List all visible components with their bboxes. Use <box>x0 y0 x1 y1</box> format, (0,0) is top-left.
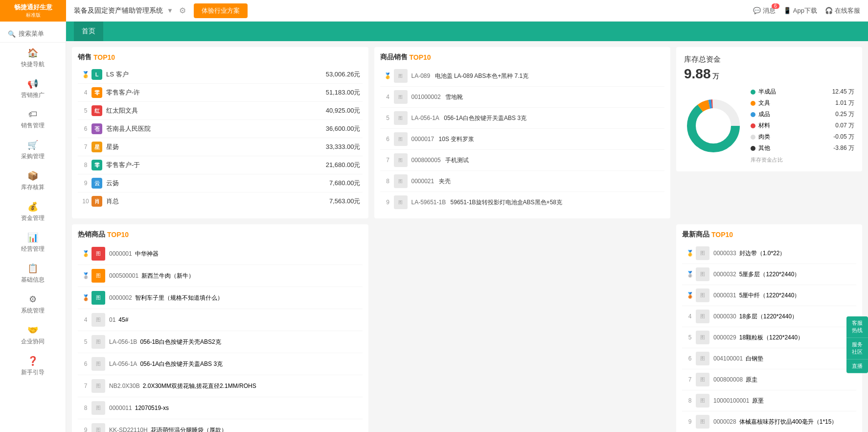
newest-product-name: 原圭 <box>746 376 757 384</box>
customer-avatar: 星 <box>91 142 102 152</box>
sidebar-item-basic-info[interactable]: 📋 基础信息 <box>0 258 66 289</box>
customer-name: LS 客户 <box>106 70 326 79</box>
newest-product-name: 体械嘉核味苏打饮品400毫升（1*15） <box>739 418 838 426</box>
newest-product-code: 10000100001 <box>713 397 749 404</box>
hot-product-name: 2.0X30MM双搓花轴,搓花直径2.1MM/ROHS <box>143 382 256 390</box>
newest-product-code: 0000029 <box>713 334 736 341</box>
customer-amount: 33,333.00元 <box>326 143 361 151</box>
legend-label: 半成品 <box>751 88 832 96</box>
rank-num: 4 <box>80 316 91 323</box>
hot-product-item: 🥇 图 0000001 中华神器 <box>78 243 363 265</box>
search-menu[interactable]: 🔍 搜索菜单 <box>0 25 66 43</box>
top-products-sales-title-area: 商品销售 TOP10 <box>380 53 431 62</box>
newest-product-name: 18多层（1220*2440） <box>739 312 798 321</box>
product-thumbnail: 图 <box>394 69 408 83</box>
cooperation-icon: 🤝 <box>27 325 38 336</box>
search-icon: 🔍 <box>8 30 16 38</box>
inventory-amount: 9.88 <box>684 66 711 81</box>
top-customers-header: 销售 TOP10 <box>78 53 363 62</box>
sidebar-item-quick-nav[interactable]: 🏠 快捷导航 <box>0 43 66 73</box>
sidebar: 🔍 搜索菜单 🏠 快捷导航 📢 营销推广 🏷 销售管理 🛒 采购管理 📦 库存核… <box>0 22 66 432</box>
medal-icon: 🥇 <box>80 71 91 78</box>
hot-product-thumbnail: 图 <box>91 357 105 371</box>
system-dropdown-icon[interactable]: ▼ <box>167 7 173 14</box>
sidebar-item-system[interactable]: ⚙ 系统管理 <box>0 289 66 320</box>
sidebar-item-finance[interactable]: 💰 资金管理 <box>0 196 66 227</box>
newest-product-thumbnail: 图 <box>696 288 709 302</box>
customer-amount: 53,006.26元 <box>326 70 361 79</box>
products-sales-label: 商品销售 <box>380 53 408 62</box>
hot-product-code: LA-056-1B <box>109 338 137 345</box>
hot-product-thumbnail: 图 <box>91 379 105 393</box>
customer-list-item: 4 零 零售客户-许 51,183.00元 <box>78 84 363 102</box>
hot-product-code: KK-SD22110H <box>109 427 148 432</box>
hot-product-code: NB2.0X30B <box>109 383 140 389</box>
hot-products-title-area: 热销商品 TOP10 <box>78 230 129 239</box>
product-code: 000800005 <box>411 157 441 164</box>
right-panel: 库存总资金 9.88 万 <box>676 47 862 218</box>
customer-name: 云扬 <box>106 179 329 188</box>
customer-avatar: 云 <box>91 178 102 189</box>
legend-dot <box>751 90 755 95</box>
customer-avatar: 零 <box>91 160 102 170</box>
logo-title: 畅捷通好生意 <box>14 3 52 12</box>
float-customer-service[interactable]: 客服热线 <box>846 316 868 338</box>
customer-name: 零售客户-于 <box>106 161 326 169</box>
home-icon: 🏠 <box>27 48 38 58</box>
nav-home[interactable]: 首页 <box>74 22 103 41</box>
phone-icon: 📱 <box>783 7 791 14</box>
hot-products-top-label: TOP10 <box>107 231 129 239</box>
trial-button[interactable]: 体验行业方案 <box>194 3 248 18</box>
customer-amount: 51,183.00元 <box>326 88 361 97</box>
legend-label: 肉类 <box>751 133 833 141</box>
hot-product-item: 🥉 图 0000002 智利车子里（规格不知道填什么） <box>78 287 363 309</box>
sidebar-item-operations[interactable]: 📊 经营管理 <box>0 227 66 258</box>
customer-amount: 36,600.00元 <box>326 124 361 133</box>
legend-text: 半成品 <box>758 88 776 96</box>
float-live[interactable]: 直播 <box>846 360 868 373</box>
legend-label: 成品 <box>751 110 835 119</box>
basic-info-icon: 📋 <box>27 263 38 274</box>
settings-icon[interactable]: ⚙ <box>179 6 186 15</box>
app-download-button[interactable]: 📱 App下载 <box>783 6 817 15</box>
sidebar-item-guide[interactable]: ❓ 新手引导 <box>0 351 66 382</box>
legend-label: 材料 <box>751 121 835 130</box>
customer-list-item: 7 星 星扬 33,333.00元 <box>78 138 363 156</box>
sidebar-item-cooperation[interactable]: 🤝 企业协同 <box>0 320 66 351</box>
legend-text: 其他 <box>758 144 770 152</box>
legend: 半成品 12.45 万 文具 1.01 万 成品 0.25 万 材料 0.07 … <box>751 88 854 164</box>
hot-product-code: LA-056-1A <box>109 360 137 367</box>
system-icon: ⚙ <box>29 294 37 305</box>
product-info: 0000017 10S 变料罗浆 <box>411 135 663 144</box>
rank-num: 7 <box>80 144 91 150</box>
hot-product-item: 4 图 01 45# <box>78 309 363 331</box>
inventory-title: 库存总资金 <box>684 55 854 64</box>
product-thumbnail: 图 <box>394 153 408 167</box>
message-button[interactable]: 💬 消息 6 <box>753 6 776 15</box>
rank-num: 8 <box>80 405 91 411</box>
hot-product-name: 花语萌恒温分腿睡袋（厚款） <box>151 426 227 432</box>
hot-product-name: 056-1A白色按键开关盖ABS 3克 <box>140 360 223 368</box>
rank-num: 8 <box>382 178 394 185</box>
float-service-community[interactable]: 服务社区 <box>846 338 868 360</box>
hot-product-code: 0000011 <box>109 405 132 411</box>
sidebar-item-marketing[interactable]: 📢 营销推广 <box>0 73 66 104</box>
content-area: 首页 销售 TOP10 🥇 L LS 客户 53,006.26元 4 零 零售客… <box>66 22 868 432</box>
product-code: LA-089 <box>411 72 431 79</box>
sidebar-item-purchase[interactable]: 🛒 采购管理 <box>0 135 66 166</box>
guide-icon: ❓ <box>27 356 38 366</box>
product-info: 001000002 雪地靴 <box>411 93 663 101</box>
product-name: 10S 变料罗浆 <box>439 136 475 143</box>
sidebar-item-sales[interactable]: 🏷 销售管理 <box>0 104 66 135</box>
legend-text: 文具 <box>758 99 770 107</box>
newest-product-item: 4 图 0000030 18多层（1220*2440） <box>682 306 856 327</box>
sidebar-item-inventory[interactable]: 📦 库存核算 <box>0 166 66 196</box>
legend-dot <box>751 112 755 117</box>
legend-dot <box>751 135 755 140</box>
online-service-button[interactable]: 🎧 在线客服 <box>825 6 860 15</box>
newest-product-item: 8 图 10000100001 原垩 <box>682 390 856 411</box>
product-sales-item: 🥇 图 LA-089 电池盖 LA-089 ABS本色+黑种 7.1克 <box>380 66 665 87</box>
newest-product-name: 原垩 <box>752 397 764 405</box>
customer-amount: 7,680.00元 <box>329 179 361 188</box>
rank-num: 9 <box>80 180 91 187</box>
